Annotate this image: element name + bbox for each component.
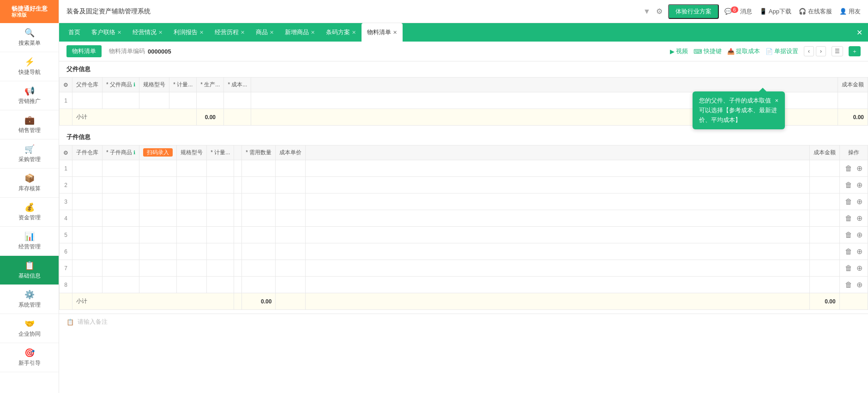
- sidebar-item-marketing[interactable]: 📢 营销推广: [0, 81, 59, 110]
- sidebar-item-guide[interactable]: 🎯 新手引导: [0, 343, 59, 372]
- child-unit-price-cell[interactable]: [276, 210, 306, 227]
- trial-btn[interactable]: 体验行业方案: [668, 4, 719, 19]
- sidebar-item-quicknav[interactable]: ⚡ 快捷导航: [0, 52, 59, 81]
- child-product-cell[interactable]: [102, 243, 139, 260]
- tooltip-close-btn[interactable]: ×: [775, 96, 778, 106]
- child-warehouse-cell[interactable]: [72, 160, 102, 177]
- sidebar-item-sales[interactable]: 💼 销售管理: [0, 110, 59, 139]
- child-product-cell[interactable]: [102, 260, 139, 277]
- delete-icon[interactable]: 🗑: [844, 281, 854, 289]
- sidebar-item-purchase[interactable]: 🛒 采购管理: [0, 139, 59, 169]
- delete-icon[interactable]: 🗑: [844, 181, 854, 189]
- child-qty-cell[interactable]: [242, 227, 276, 243]
- child-unit-price-cell[interactable]: [276, 243, 306, 260]
- child-unit-price-cell[interactable]: [276, 227, 306, 243]
- tab-operations[interactable]: 经营情况 ✕: [127, 23, 168, 42]
- parent-spec-cell[interactable]: [139, 92, 169, 109]
- child-warehouse-cell[interactable]: [72, 243, 102, 260]
- tab-barcode[interactable]: 条码方案 ✕: [320, 23, 362, 42]
- parent-warehouse-cell[interactable]: [72, 92, 102, 109]
- child-spec-cell[interactable]: [177, 210, 207, 227]
- add-row-icon[interactable]: ＋: [849, 46, 861, 56]
- child-qty-cell[interactable]: [242, 210, 276, 227]
- tab-goods[interactable]: 商品 ✕: [250, 23, 279, 42]
- child-product-cell[interactable]: [102, 160, 139, 177]
- view-action[interactable]: ▶ 视频: [670, 47, 688, 55]
- shortcut-action[interactable]: ⌨ 快捷键: [693, 47, 722, 55]
- child-warehouse-cell[interactable]: [72, 193, 102, 210]
- delete-icon[interactable]: 🗑: [844, 164, 854, 172]
- child-qty-cell[interactable]: [242, 177, 276, 193]
- sidebar-item-search[interactable]: 🔍 搜索菜单: [0, 23, 59, 52]
- child-spec-cell[interactable]: [177, 160, 207, 177]
- child-warehouse-cell[interactable]: [72, 227, 102, 243]
- parent-unit-cell[interactable]: [169, 92, 197, 109]
- tab-bom[interactable]: 物料清单 ✕: [362, 23, 403, 42]
- parent-cost-cell[interactable]: [224, 92, 251, 109]
- child-unit-cell[interactable]: [207, 160, 234, 177]
- tab-home[interactable]: 首页: [63, 23, 86, 42]
- delete-icon[interactable]: 🗑: [844, 198, 854, 206]
- parent-product-cell[interactable]: [102, 92, 139, 109]
- delete-icon[interactable]: 🗑: [844, 248, 854, 255]
- child-unit-cell[interactable]: [207, 227, 234, 243]
- note-hint[interactable]: 请输入备注: [78, 318, 108, 326]
- delete-icon[interactable]: 🗑: [844, 214, 854, 222]
- dropdown-arrow-icon[interactable]: ▼: [643, 7, 651, 16]
- tab-history[interactable]: 经营历程 ✕: [209, 23, 250, 42]
- close-icon[interactable]: ✕: [199, 30, 204, 36]
- close-icon[interactable]: ✕: [158, 30, 163, 36]
- copy-icon[interactable]: ⊕: [855, 214, 864, 222]
- child-warehouse-cell[interactable]: [72, 277, 102, 293]
- gear-icon[interactable]: ⚙: [656, 7, 663, 16]
- sidebar-item-basics[interactable]: 📋 基础信息: [0, 256, 59, 285]
- sidebar-item-finance[interactable]: 💰 资金管理: [0, 198, 59, 227]
- next-arrow[interactable]: ›: [816, 46, 826, 56]
- online-service-item[interactable]: 🎧 在线客服: [799, 7, 832, 16]
- child-unit-price-cell[interactable]: [276, 277, 306, 293]
- sidebar-item-system[interactable]: ⚙️ 系统管理: [0, 285, 59, 314]
- child-unit-price-cell[interactable]: [276, 193, 306, 210]
- close-icon[interactable]: ✕: [311, 30, 315, 36]
- child-spec-cell[interactable]: [177, 243, 207, 260]
- parent-produce-cell[interactable]: [197, 92, 224, 109]
- extract-cost-action[interactable]: 📥 提取成本: [727, 47, 760, 55]
- child-unit-price-cell[interactable]: [276, 160, 306, 177]
- child-product-cell[interactable]: [102, 177, 139, 193]
- scan-btn[interactable]: 扫码录入: [143, 148, 173, 157]
- single-setting-action[interactable]: 📄 单据设置: [766, 47, 798, 55]
- child-qty-cell[interactable]: [242, 193, 276, 210]
- child-product-cell[interactable]: [102, 277, 139, 293]
- child-unit-cell[interactable]: [207, 260, 234, 277]
- child-qty-cell[interactable]: [242, 260, 276, 277]
- child-warehouse-cell[interactable]: [72, 260, 102, 277]
- child-product-cell[interactable]: [102, 210, 139, 227]
- child-unit-cell[interactable]: [207, 177, 234, 193]
- child-unit-cell[interactable]: [207, 193, 234, 210]
- child-unit-cell[interactable]: [207, 277, 234, 293]
- close-icon[interactable]: ✕: [117, 30, 121, 36]
- close-all-tabs-icon[interactable]: ✕: [851, 28, 868, 37]
- copy-icon[interactable]: ⊕: [855, 231, 864, 239]
- tab-new-goods[interactable]: 新增商品 ✕: [279, 23, 320, 42]
- close-icon[interactable]: ✕: [352, 30, 356, 36]
- child-warehouse-cell[interactable]: [72, 210, 102, 227]
- child-product-cell[interactable]: [102, 193, 139, 210]
- app-download-item[interactable]: 📱 App下载: [760, 7, 791, 16]
- tab-customers[interactable]: 客户联络 ✕: [86, 23, 127, 42]
- grid-view-icon[interactable]: ☰: [832, 46, 843, 56]
- child-product-cell[interactable]: [102, 227, 139, 243]
- delete-icon[interactable]: 🗑: [844, 231, 854, 239]
- copy-icon[interactable]: ⊕: [855, 264, 864, 272]
- child-spec-cell[interactable]: [177, 260, 207, 277]
- sidebar-item-inventory[interactable]: 📦 库存核算: [0, 169, 59, 198]
- message-item[interactable]: 💬 6 消息: [724, 7, 752, 16]
- sub-tab-bom-list[interactable]: 物料清单: [66, 45, 102, 57]
- child-qty-cell[interactable]: [242, 160, 276, 177]
- child-unit-cell[interactable]: [207, 210, 234, 227]
- user-item[interactable]: 👤 用友: [839, 7, 861, 16]
- child-unit-price-cell[interactable]: [276, 177, 306, 193]
- delete-icon[interactable]: 🗑: [844, 264, 854, 272]
- sidebar-item-collab[interactable]: 🤝 企业协同: [0, 314, 59, 343]
- child-unit-cell[interactable]: [207, 243, 234, 260]
